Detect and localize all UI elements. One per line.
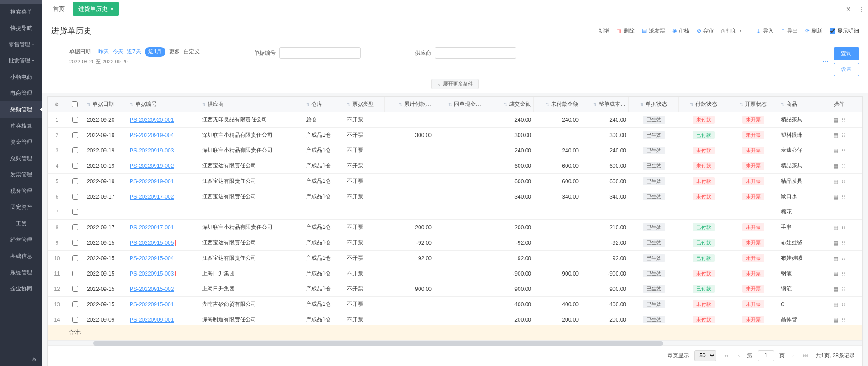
view-icon[interactable]: ▦ xyxy=(833,255,838,261)
col-amount[interactable]: ⇅成交金额 xyxy=(484,97,534,112)
sidebar-item[interactable]: 零售管理▾ xyxy=(0,36,42,52)
order-link[interactable]: PS-20220915-005 xyxy=(130,240,174,246)
order-link[interactable]: PS-20220919-001 xyxy=(130,178,174,185)
action-export[interactable]: ⤒导出 xyxy=(781,27,798,35)
check-all[interactable] xyxy=(72,101,78,107)
more-icon[interactable]: ⁝⁝ xyxy=(842,271,845,277)
sidebar-item[interactable]: 固定资产 xyxy=(0,199,42,215)
order-link[interactable]: PS-20220919-004 xyxy=(130,132,174,138)
tab-close-all[interactable]: ✕ xyxy=(841,0,855,18)
col-paid[interactable]: ⇅累计付款… xyxy=(385,97,434,112)
col-date[interactable]: ⇅单据日期 xyxy=(84,97,127,112)
action-abandon[interactable]: ⊘弃审 xyxy=(697,27,714,35)
row-checkbox[interactable] xyxy=(72,301,78,307)
col-settings[interactable]: ⚙ xyxy=(48,97,66,112)
view-icon[interactable]: ▦ xyxy=(833,117,838,123)
action-print[interactable]: ⎙打印▾ xyxy=(721,27,741,35)
order-link[interactable]: PS-20220915-002 xyxy=(130,286,174,292)
sidebar-item[interactable]: 库存核算 xyxy=(0,118,42,134)
col-cash[interactable]: ⇅同单现金… xyxy=(434,97,484,112)
view-icon[interactable]: ▦ xyxy=(833,147,838,154)
sidebar-item[interactable]: 搜索菜单 xyxy=(0,4,42,20)
chip-more[interactable]: 更多 xyxy=(169,48,180,56)
view-icon[interactable]: ▦ xyxy=(833,132,838,138)
more-icon[interactable]: ⁝⁝ xyxy=(842,286,845,292)
settings-button[interactable]: 设置 xyxy=(834,63,859,76)
col-bill-status[interactable]: ⇅单据状态 xyxy=(629,97,679,112)
toggle-detail[interactable]: 显示明细 xyxy=(830,27,859,35)
row-checkbox[interactable] xyxy=(72,163,78,169)
sidebar-item[interactable]: 基础信息 xyxy=(0,248,42,264)
row-checkbox[interactable] xyxy=(72,178,78,184)
row-checkbox[interactable] xyxy=(72,271,78,276)
more-icon[interactable]: ⁝⁝ xyxy=(842,224,845,231)
col-invoice-status[interactable]: ⇅开票状态 xyxy=(728,97,778,112)
sidebar-item[interactable]: 总账管理 xyxy=(0,150,42,166)
action-new[interactable]: ＋新增 xyxy=(591,27,609,35)
order-link[interactable]: PS-20220915-001 xyxy=(130,301,174,308)
row-checkbox[interactable] xyxy=(72,132,78,138)
chip-7d[interactable]: 近7天 xyxy=(127,48,141,56)
order-link[interactable]: PS-20220917-001 xyxy=(130,224,174,231)
more-icon[interactable]: ⁝⁝ xyxy=(842,178,845,185)
chip-yesterday[interactable]: 昨天 xyxy=(98,48,109,56)
sidebar-item[interactable]: 发票管理 xyxy=(0,166,42,183)
order-link[interactable]: PS-20220917-002 xyxy=(130,194,174,200)
page-first[interactable]: ⏮ xyxy=(722,352,731,359)
page-last[interactable]: ⏭ xyxy=(801,352,810,359)
col-warehouse[interactable]: ⇅仓库 xyxy=(303,97,344,112)
detail-checkbox[interactable] xyxy=(830,28,835,34)
action-import[interactable]: ⤓导入 xyxy=(756,27,774,35)
more-icon[interactable]: ⁝⁝ xyxy=(842,255,845,261)
order-link[interactable]: PS-20220915-004 xyxy=(130,255,174,261)
order-link[interactable]: PS-20220920-001 xyxy=(130,117,174,123)
sidebar-item[interactable]: 税务管理 xyxy=(0,183,42,199)
sidebar-item[interactable]: 快捷导航 xyxy=(0,20,42,36)
view-icon[interactable]: ▦ xyxy=(833,178,838,185)
sidebar-settings[interactable]: ⚙ xyxy=(0,353,42,366)
filter-no-input[interactable] xyxy=(279,47,361,59)
more-icon[interactable]: ⁝⁝ xyxy=(842,194,845,200)
per-page-select[interactable]: 50 xyxy=(694,350,716,361)
row-checkbox[interactable] xyxy=(72,224,78,230)
tab[interactable]: 首页 xyxy=(46,0,72,18)
order-link[interactable]: PS-20220909-001 xyxy=(130,317,174,323)
view-icon[interactable]: ▦ xyxy=(833,224,838,231)
sidebar-item[interactable]: 小畅电商 xyxy=(0,69,42,85)
more-icon[interactable]: ⁝⁝ xyxy=(842,147,845,154)
filter-sup-input[interactable] xyxy=(435,47,516,59)
sidebar-item[interactable]: 经营管理 xyxy=(0,232,42,248)
row-checkbox[interactable] xyxy=(72,194,78,200)
col-invoice-type[interactable]: ⇅票据类型 xyxy=(344,97,385,112)
view-icon[interactable]: ▦ xyxy=(833,194,838,200)
sidebar-item[interactable]: 工资 xyxy=(0,215,42,232)
more-icon[interactable]: ⁝⁝ xyxy=(842,117,845,123)
col-supplier[interactable]: ⇅供应商 xyxy=(199,97,303,112)
col-no[interactable]: ⇅单据编号 xyxy=(127,97,199,112)
col-pay-status[interactable]: ⇅付款状态 xyxy=(679,97,728,112)
sidebar-item[interactable]: 采购管理 xyxy=(0,101,42,118)
view-icon[interactable]: ▦ xyxy=(833,240,838,246)
action-delete[interactable]: 🗑删除 xyxy=(617,27,635,35)
col-product[interactable]: ⇅商品 xyxy=(778,97,821,112)
sidebar-item[interactable]: 系统管理 xyxy=(0,264,42,280)
sidebar-item[interactable]: 电商管理 xyxy=(0,85,42,101)
chip-1m[interactable]: 近1月 xyxy=(145,47,166,57)
col-cost[interactable]: ⇅整单成本… xyxy=(581,97,629,112)
order-link[interactable]: PS-20220915-003 xyxy=(130,271,174,277)
action-audit[interactable]: ◉审核 xyxy=(672,27,689,35)
query-button[interactable]: 查询 xyxy=(834,47,859,60)
row-checkbox[interactable] xyxy=(72,147,78,153)
view-icon[interactable]: ▦ xyxy=(833,286,838,292)
tab[interactable]: 进货单历史× xyxy=(73,2,119,16)
row-checkbox[interactable] xyxy=(72,240,78,246)
action-ticket[interactable]: ▤派发票 xyxy=(642,27,665,35)
page-next[interactable]: › xyxy=(790,352,796,359)
row-checkbox[interactable] xyxy=(72,209,78,215)
tab-more-icon[interactable]: ⋮ xyxy=(855,0,868,18)
more-filters-icon[interactable]: ⋯ xyxy=(822,58,829,65)
row-checkbox[interactable] xyxy=(72,255,78,261)
col-checkbox[interactable] xyxy=(66,97,84,112)
more-icon[interactable]: ⁝⁝ xyxy=(842,163,845,169)
more-icon[interactable]: ⁝⁝ xyxy=(842,240,845,246)
